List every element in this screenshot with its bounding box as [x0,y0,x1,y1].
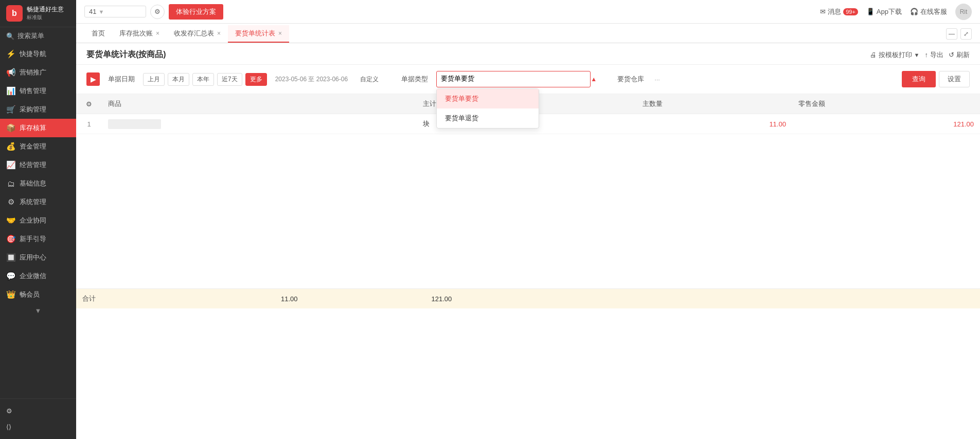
sidebar-item-search[interactable]: 🔍 搜索菜单 [0,27,76,45]
sidebar-item-label: 系统管理 [20,197,46,207]
tabs-bar: 首页 库存批次账 × 收发存汇总表 × 要货单统计表 × — ⤢ [76,24,980,43]
sidebar-item-inventory[interactable]: 📦 库存核算 [0,119,76,137]
export-label: 导出 [930,50,943,60]
type-filter-label: 单据类型 [401,75,428,84]
sidebar-item-member[interactable]: 👑 畅会员 [0,285,76,304]
sidebar-item-guide[interactable]: 🎯 新手引导 [0,230,76,248]
sidebar-item-finance[interactable]: 💰 资金管理 [0,137,76,156]
type-select-arrow[interactable]: ▲ [591,76,597,83]
footer-total-label: 合计 [82,294,96,303]
sidebar-item-marketing[interactable]: 📢 营销推广 [0,63,76,82]
trial-button[interactable]: 体验行业方案 [169,4,223,20]
purchase-icon: 🛒 [6,105,15,114]
dropdown-item-label: 要货单退货 [445,114,478,122]
chevron-down-icon: ▼ [914,52,920,58]
last-7-days-btn[interactable]: 近7天 [217,73,242,86]
refresh-icon: ↺ [949,51,954,59]
inventory-icon: 📦 [6,123,15,133]
topbar-left: 41 ▼ ⚙ 体验行业方案 [84,4,814,20]
dropdown-item-order-goods[interactable]: 要货单要货 [437,89,539,108]
messages-btn[interactable]: ✉ 消息 99+ [820,7,858,16]
sidebar-item-operations[interactable]: 📈 经营管理 [0,156,76,174]
finance-icon: 💰 [6,142,15,151]
print-icon: 🖨 [870,51,877,59]
service-icon: 🎧 [910,8,918,15]
sidebar-item-label: 企业协同 [20,216,46,225]
refresh-btn[interactable]: ↺ 刷新 [949,50,970,60]
sales-icon: 📊 [6,86,15,96]
td-row-no: 1 [76,114,102,134]
this-year-btn[interactable]: 本年 [192,73,214,86]
settings-button[interactable]: 设置 [939,71,970,87]
tab-inventory-batch-label: 库存批次账 [119,29,153,38]
sidebar-item-enterprise-wechat[interactable]: 💬 企业微信 [0,267,76,285]
filter-row: ▶ 单据日期 上月 本月 本年 近7天 更多 2023-05-06 至 2023… [86,71,970,87]
operations-icon: 📈 [6,160,15,170]
tab-collection-summary-close[interactable]: × [217,30,221,37]
more-dates-btn[interactable]: 更多 [245,73,267,86]
sidebar-item-label: 新手引导 [20,234,46,244]
th-amount: 零售金额 [792,94,980,114]
export-btn[interactable]: ↑ 导出 [925,50,944,60]
messages-label: 消息 [828,7,841,16]
query-button[interactable]: 查询 [902,71,936,87]
custom-date-btn[interactable]: 自定义 [356,74,383,85]
sidebar-item-sales[interactable]: 📊 销售管理 [0,82,76,100]
footer-quantity: 11.00 [281,295,298,303]
tab-collection-summary[interactable]: 收发存汇总表 × [167,25,228,43]
edition-label: 标准版 [27,14,64,21]
sidebar-scroll-down[interactable]: ▼ [0,304,76,318]
type-dropdown: 要货单要货 要货单退货 [436,88,539,129]
sidebar-item-quick-nav[interactable]: ⚡ 快捷导航 [0,45,76,63]
tab-inventory-batch[interactable]: 库存批次账 × [112,25,167,43]
sidebar-item-system[interactable]: ⚙ 系统管理 [0,193,76,211]
quick-nav-icon: ⚡ [6,49,15,59]
page-content: 要货单统计表(按商品) 🖨 按模板打印 ▼ ↑ 导出 ↺ 刷新 [76,43,980,439]
sidebar-collapse-btn[interactable]: ⟨⟩ [0,419,76,435]
tab-order-stats-close[interactable]: × [278,30,282,37]
th-product: 商品 [102,94,417,114]
sidebar-bottom: ⚙ ⟨⟩ [0,398,76,439]
avatar-initials: Rit [960,8,968,15]
dropdown-item-order-return[interactable]: 要货单退货 [437,108,539,128]
page-actions: 🖨 按模板打印 ▼ ↑ 导出 ↺ 刷新 [870,50,970,60]
marketing-icon: 📢 [6,68,15,77]
app-download-label: App下载 [877,7,902,16]
date-shortcuts: 上月 本月 本年 近7天 更多 [143,73,267,86]
type-select[interactable]: 要货单要货 [436,71,591,87]
company-select[interactable]: 41 ▼ [84,6,146,17]
sidebar-item-basic-info[interactable]: 🗂 基础信息 [0,174,76,193]
app-download-btn[interactable]: 📱 App下载 [866,7,902,16]
sidebar-item-enterprise-coop[interactable]: 🤝 企业协同 [0,211,76,230]
settings-icon: ⚙ [6,407,12,415]
topbar-settings-btn[interactable]: ⚙ [150,5,165,19]
table-footer: 合计 11.00 121.00 [76,288,980,308]
td-amount: 121.00 [792,114,980,134]
tab-order-stats[interactable]: 要货单统计表 × [228,25,289,43]
type-select-wrapper: 要货单要货 ▲ 要货单要货 要货单退货 [436,71,601,87]
print-btn[interactable]: 🖨 按模板打印 ▼ [870,50,920,60]
online-service-btn[interactable]: 🎧 在线客服 [910,7,947,16]
sidebar-item-app-center[interactable]: 🔲 应用中心 [0,248,76,267]
filter-toggle-btn[interactable]: ▶ [86,72,100,86]
this-month-btn[interactable]: 本月 [168,73,189,86]
company-name: 畅捷通好生意 [27,6,64,14]
tab-maximize-btn[interactable]: ⤢ [960,28,972,40]
last-month-btn[interactable]: 上月 [143,73,165,86]
warehouse-more-btn[interactable]: ··· [654,76,660,83]
tabs-actions: — ⤢ [946,28,972,43]
print-label: 按模板打印 [879,50,912,60]
tab-inventory-batch-close[interactable]: × [156,30,159,37]
date-range-display: 2023-05-06 至 2023-06-06 [275,75,348,84]
tab-home-label: 首页 [92,29,105,38]
enterprise-coop-icon: 🤝 [6,216,15,225]
user-avatar[interactable]: Rit [955,4,972,20]
chevron-down-icon: ▼ [98,9,104,15]
sidebar-item-purchase[interactable]: 🛒 采购管理 [0,100,76,119]
tab-home[interactable]: 首页 [84,25,112,43]
tab-minimize-btn[interactable]: — [946,28,957,40]
th-settings[interactable]: ⚙ [76,94,102,114]
sidebar-settings-btn[interactable]: ⚙ [0,403,76,419]
sidebar-item-label: 营销推广 [20,68,46,77]
sidebar: b 畅捷通好生意 标准版 🔍 搜索菜单 ⚡ 快捷导航 📢 营销推广 📊 销售管理… [0,0,76,439]
